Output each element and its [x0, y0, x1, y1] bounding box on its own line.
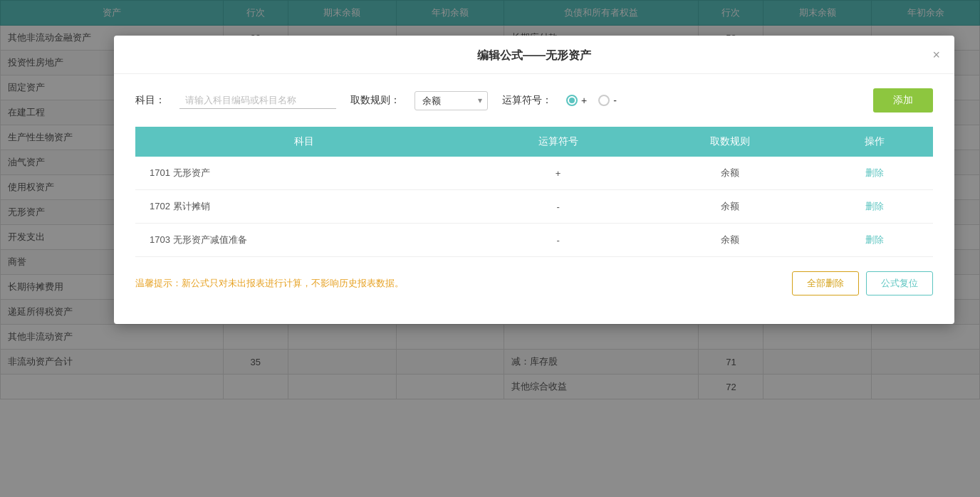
- operator-radio-group: + -: [566, 95, 617, 106]
- formula-rule: 余额: [644, 157, 815, 190]
- formula-operator: -: [472, 224, 644, 257]
- modal-header: 编辑公式——无形资产 ×: [114, 36, 954, 74]
- operator-label: 运算符号：: [502, 94, 552, 107]
- close-button[interactable]: ×: [932, 48, 940, 61]
- footer-hint: 温馨提示：新公式只对未出报表进行计算，不影响历史报表数据。: [135, 277, 404, 290]
- formula-action: 删除: [815, 224, 933, 257]
- edit-formula-modal: 编辑公式——无形资产 × 科目： 取数规则： 余额 借方发生额 贷方发生额 期初…: [114, 36, 954, 324]
- formula-row: 1703 无形资产减值准备 - 余额 删除: [135, 224, 933, 257]
- formula-operator: +: [472, 157, 644, 190]
- formula-row: 1701 无形资产 + 余额 删除: [135, 157, 933, 190]
- radio-circle-minus: [598, 95, 610, 106]
- th-subject: 科目: [135, 127, 472, 157]
- table-header-row: 科目 运算符号 取数规则 操作: [135, 127, 933, 157]
- rule-select[interactable]: 余额 借方发生额 贷方发生额 期初余额: [415, 91, 488, 110]
- operator-minus-radio[interactable]: -: [598, 95, 617, 106]
- operator-minus-label: -: [613, 95, 617, 106]
- delete-row-button[interactable]: 删除: [865, 201, 884, 211]
- delete-row-button[interactable]: 删除: [865, 234, 884, 245]
- th-action: 操作: [815, 127, 933, 157]
- subject-input[interactable]: [179, 92, 336, 109]
- modal-title: 编辑公式——无形资产: [477, 48, 591, 63]
- add-button[interactable]: 添加: [873, 88, 933, 113]
- delete-row-button[interactable]: 删除: [865, 167, 884, 178]
- th-rule: 取数规则: [644, 127, 815, 157]
- formula-row: 1702 累计摊销 - 余额 删除: [135, 190, 933, 224]
- operator-plus-label: +: [581, 95, 587, 106]
- formula-subject: 1701 无形资产: [135, 157, 472, 190]
- modal-footer: 温馨提示：新公式只对未出报表进行计算，不影响历史报表数据。 全部删除 公式复位: [114, 257, 954, 303]
- formula-rule: 余额: [644, 224, 815, 257]
- formula-action: 删除: [815, 190, 933, 224]
- formula-action: 删除: [815, 157, 933, 190]
- rule-select-wrapper: 余额 借方发生额 贷方发生额 期初余额: [415, 91, 488, 110]
- formula-rule: 余额: [644, 190, 815, 224]
- rule-label: 取数规则：: [350, 94, 400, 107]
- formula-table-wrapper: 科目 运算符号 取数规则 操作 1701 无形资产 + 余额 删除 1702 累…: [135, 127, 933, 257]
- th-operator: 运算符号: [472, 127, 644, 157]
- radio-circle-plus: [566, 95, 578, 106]
- delete-all-button[interactable]: 全部删除: [792, 271, 859, 295]
- formula-subject: 1703 无形资产减值准备: [135, 224, 472, 257]
- formula-operator: -: [472, 190, 644, 224]
- subject-label: 科目：: [135, 94, 165, 107]
- form-row: 科目： 取数规则： 余额 借方发生额 贷方发生额 期初余额 运算符号： + - …: [114, 74, 954, 127]
- formula-table: 科目 运算符号 取数规则 操作 1701 无形资产 + 余额 删除 1702 累…: [135, 127, 933, 257]
- operator-plus-radio[interactable]: +: [566, 95, 587, 106]
- formula-subject: 1702 累计摊销: [135, 190, 472, 224]
- reset-formula-button[interactable]: 公式复位: [866, 271, 933, 295]
- footer-buttons: 全部删除 公式复位: [792, 271, 933, 295]
